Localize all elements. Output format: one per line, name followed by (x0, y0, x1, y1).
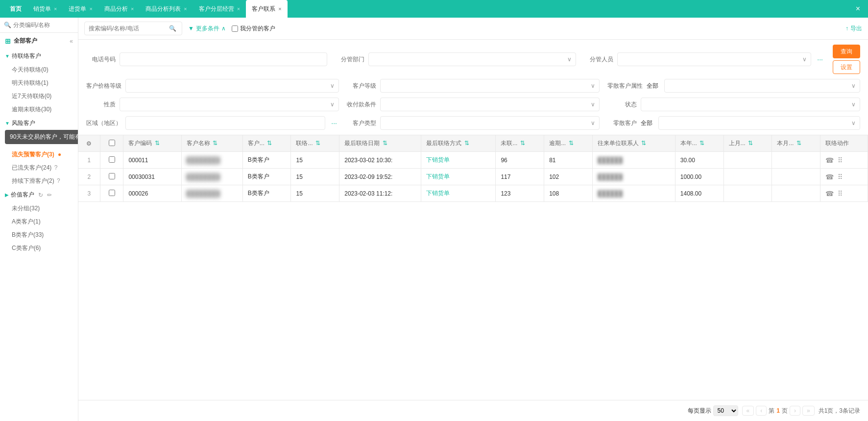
last-page-button[interactable]: » (802, 406, 815, 416)
next-page-button[interactable]: › (790, 406, 800, 416)
row-checkbox-cell[interactable] (100, 185, 123, 202)
contact-icon[interactable]: ☎ (825, 190, 834, 198)
region-label: 区域（地区） (86, 119, 121, 127)
action-cell: ☎ ⠿ (820, 152, 868, 169)
scatter-attr-chevron-icon: ∨ (851, 82, 856, 89)
sidebar-item-overdue-pending[interactable]: 逾期未联络(30) (0, 103, 78, 116)
name-column-header[interactable]: 客户名称 ⇅ (181, 135, 242, 152)
dept-select[interactable]: ∨ (368, 52, 576, 66)
nav-customer-layer[interactable]: 客户分层经营 × (193, 0, 246, 18)
nav-purchase-close[interactable]: × (89, 6, 92, 12)
contact-icon[interactable]: ☎ (825, 173, 834, 181)
my-customer-checkbox-wrap[interactable]: 我分管的客户 (232, 25, 275, 33)
nav-analysis-list-close[interactable]: × (184, 6, 187, 12)
more-actions-icon[interactable]: ⠿ (838, 156, 843, 164)
nature-select[interactable]: ∨ (120, 98, 339, 111)
sidebar-item-class-c[interactable]: C类客户(6) (0, 242, 78, 255)
sidebar-item-declining[interactable]: 持续下滑客户(2) ? (0, 174, 78, 188)
scatter-attr-select[interactable]: ∨ (664, 79, 860, 93)
manager-select[interactable]: ∨ (617, 52, 811, 66)
current-month-sort-icon: ⇅ (796, 140, 801, 147)
close-window-button[interactable]: × (852, 4, 864, 13)
value-refresh-icon[interactable]: ↻ (38, 192, 43, 198)
uncontacted-column-header[interactable]: 未联... ⇅ (496, 135, 544, 152)
nav-home[interactable]: 首页 (4, 0, 27, 18)
sidebar-item-today-pending[interactable]: 今天待联络(0) (0, 63, 78, 76)
last-contact-method-cell[interactable]: 下销货单 (421, 185, 496, 202)
scatter-customer-select[interactable]: ∨ (658, 116, 860, 130)
current-month-column-header[interactable]: 本月... ⇅ (772, 135, 820, 152)
nav-customer-contact-close[interactable]: × (278, 6, 281, 12)
search-input[interactable] (89, 25, 167, 32)
sidebar-item-churned[interactable]: 已流失客户(24) ? (0, 161, 78, 174)
last-method-column-header[interactable]: 最后联络方式 ⇅ (421, 135, 496, 152)
settings-button[interactable]: 设置 (833, 60, 860, 74)
overdue-days-cell: 102 (544, 169, 593, 185)
overdue-column-header[interactable]: 逾期... ⇅ (544, 135, 593, 152)
checkbox-column-header[interactable] (100, 135, 123, 152)
sidebar-group-pending-title[interactable]: ▼ 待联络客户 (0, 49, 78, 63)
nav-customer-layer-close[interactable]: × (237, 6, 240, 12)
sidebar-group-value-title[interactable]: ▶ 价值客户 ↻ ✏ (0, 188, 78, 202)
more-actions-icon[interactable]: ⠿ (838, 173, 843, 181)
export-button[interactable]: ↑ 导出 (845, 25, 862, 33)
contact-icon[interactable]: ☎ (825, 156, 834, 164)
code-column-header[interactable]: 客户编码 ⇅ (123, 135, 181, 152)
sidebar-item-tomorrow-pending[interactable]: 明天待联络(1) (0, 76, 78, 90)
nav-analysis-list[interactable]: 商品分析列表 × (140, 0, 193, 18)
query-button[interactable]: 查询 (833, 45, 860, 58)
nav-analysis-close[interactable]: × (131, 6, 134, 12)
prev-page-button[interactable]: ‹ (756, 406, 767, 416)
more-actions-icon[interactable]: ⠿ (838, 190, 843, 198)
last-month-cell (723, 169, 772, 185)
region-select[interactable] (125, 116, 325, 130)
customer-level-select[interactable]: ∨ (380, 79, 600, 93)
sidebar-item-ungrouped[interactable]: 未分组(32) (0, 202, 78, 215)
last-date-column-header[interactable]: 最后联络日期 ⇅ (339, 135, 421, 152)
last-month-column-header[interactable]: 上月... ⇅ (723, 135, 772, 152)
last-contact-method-cell[interactable]: 下销货单 (421, 169, 496, 185)
payment-select[interactable]: ∨ (380, 98, 600, 111)
row-checkbox[interactable] (109, 156, 115, 163)
contact-count-column-header[interactable]: 联络... ⇅ (291, 135, 339, 152)
customer-type-select[interactable]: ∨ (380, 116, 600, 130)
nav-analysis[interactable]: 商品分析 × (98, 0, 140, 18)
row-checkbox-cell[interactable] (100, 169, 123, 185)
region-dots[interactable]: ··· (329, 119, 339, 127)
per-page-label: 每页显示 (688, 407, 711, 415)
gear-column-header[interactable]: ⚙ (78, 135, 100, 152)
select-all-checkbox[interactable] (109, 140, 115, 146)
scatter-customer-label: 零散客户 (607, 119, 637, 127)
nav-customer-contact[interactable]: 客户联系 × (246, 0, 287, 18)
my-customer-checkbox[interactable] (232, 25, 238, 32)
type-column-header[interactable]: 客户... ⇅ (242, 135, 291, 152)
row-checkbox[interactable] (109, 173, 115, 179)
sidebar-item-churn-warning[interactable]: 流失预警客户(3) ● (0, 148, 78, 161)
sidebar-all-customers[interactable]: ⊞ 全部客户 « (0, 33, 78, 49)
sidebar-item-week-pending[interactable]: 近7天待联络(0) (0, 90, 78, 103)
sidebar-group-risk-title[interactable]: ▼ 风险客户 (0, 116, 78, 130)
contact-person-column-header[interactable]: 往来单位联系人 ⇅ (592, 135, 675, 152)
more-conditions-button[interactable]: ▼ 更多条件 ∧ (188, 25, 226, 33)
status-select[interactable]: ∨ (641, 98, 860, 111)
last-contact-method-cell[interactable]: 下销货单 (421, 152, 496, 169)
sidebar-item-class-a[interactable]: A类客户(1) (0, 215, 78, 228)
sidebar-search-input[interactable] (13, 22, 74, 28)
nav-sales-close[interactable]: × (54, 6, 57, 12)
per-page-select[interactable]: 50 100 (713, 405, 738, 416)
sidebar-item-class-b[interactable]: B类客户(33) (0, 228, 78, 242)
search-button[interactable]: 🔍 (169, 25, 176, 32)
price-level-select[interactable]: ∨ (125, 79, 339, 93)
value-edit-icon[interactable]: ✏ (47, 192, 52, 198)
current-year-column-header[interactable]: 本年... ⇅ (675, 135, 723, 152)
per-page-control: 每页显示 50 100 (688, 405, 738, 416)
table-row: 1 000011 ████████ B类客户 15 2023-03-02 10:… (78, 152, 868, 169)
nav-sales[interactable]: 销货单 × (27, 0, 63, 18)
sidebar-collapse-icon[interactable]: « (70, 38, 73, 45)
first-page-button[interactable]: « (742, 406, 754, 416)
manager-dots[interactable]: ··· (815, 55, 825, 63)
nav-purchase[interactable]: 进货单 × (63, 0, 98, 18)
row-checkbox-cell[interactable] (100, 152, 123, 169)
row-checkbox[interactable] (109, 190, 115, 196)
phone-input[interactable] (120, 52, 327, 66)
